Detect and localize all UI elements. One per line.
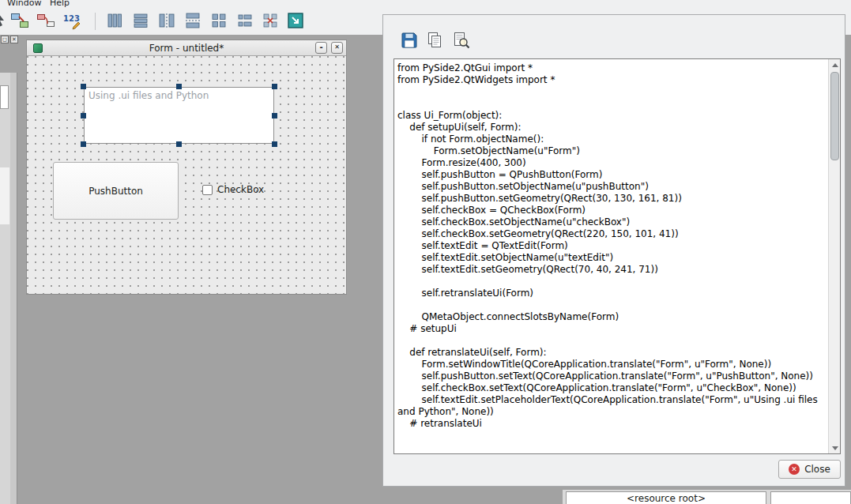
selection-handle[interactable]	[81, 84, 86, 89]
layout-horizontal-splitter-icon[interactable]	[157, 11, 176, 30]
generated-python-code: from PySide2.QtGui import * from PySide2…	[394, 59, 827, 453]
widget-box-filter-fragment[interactable]	[0, 85, 9, 109]
dock-float-icon[interactable]: ◻	[1, 36, 9, 43]
textedit-selection: Using .ui files and Python	[84, 87, 274, 144]
close-circle-icon: ✕	[789, 464, 800, 475]
checkbox-widget[interactable]: CheckBox	[202, 184, 264, 195]
break-layout-icon[interactable]	[261, 11, 280, 30]
form-window-title: Form - untitled*	[27, 43, 346, 54]
close-button-label: Close	[804, 464, 830, 475]
edit-signals-slots-icon[interactable]	[10, 11, 29, 30]
code-view[interactable]: from PySide2.QtGui import * from PySide2…	[393, 58, 841, 454]
toolbar-separator	[95, 13, 96, 30]
selection-handle[interactable]	[81, 113, 86, 118]
form-window-titlebar[interactable]: Form - untitled* - ✕	[27, 40, 346, 56]
widget-box-list-fragment	[0, 167, 9, 224]
edit-buddies-icon[interactable]	[36, 11, 55, 30]
code-scrollbar[interactable]	[828, 59, 840, 453]
layout-grid-icon[interactable]	[209, 11, 228, 30]
resource-root-item[interactable]: <resource root>	[566, 491, 766, 504]
scroll-down-icon[interactable]	[829, 442, 841, 453]
checkbox-label: CheckBox	[217, 184, 264, 195]
find-preview-icon[interactable]	[452, 31, 471, 50]
dialog-close-button[interactable]: ✕ Close	[778, 460, 841, 479]
save-icon[interactable]	[400, 31, 419, 50]
qt-designer-screen: Window Help 123	[0, 0, 851, 504]
pushbutton-widget[interactable]: PushButton	[53, 162, 179, 220]
adjust-size-icon[interactable]	[286, 11, 305, 30]
selection-handle[interactable]	[272, 84, 277, 89]
form-canvas[interactable]: Using .ui files and Python PushButton Ch…	[27, 56, 346, 294]
close-button[interactable]: ✕	[331, 42, 343, 54]
selection-handle[interactable]	[81, 141, 86, 147]
layout-vertical-icon[interactable]	[131, 11, 150, 30]
layout-horizontal-icon[interactable]	[105, 11, 124, 30]
copy-icon[interactable]	[425, 31, 444, 50]
svg-text:123: 123	[63, 14, 80, 23]
checkbox-box[interactable]	[202, 185, 213, 195]
edit-tab-order-icon[interactable]: 123	[62, 11, 81, 30]
selection-handle[interactable]	[272, 113, 277, 118]
menu-window[interactable]: Window	[7, 0, 41, 8]
dock-close-icon[interactable]: ✕	[10, 36, 18, 43]
layout-vertical-splitter-icon[interactable]	[183, 11, 202, 30]
textedit-widget[interactable]: Using .ui files and Python	[84, 87, 274, 144]
resource-browser-fragment: <resource root>	[563, 490, 851, 504]
selection-handle[interactable]	[176, 141, 182, 147]
widget-box-panel-edge	[0, 73, 10, 504]
code-preview-dialog: from PySide2.QtGui import * from PySide2…	[382, 14, 845, 487]
selection-handle[interactable]	[176, 84, 182, 89]
widget-box-dock-fragment	[0, 73, 17, 504]
layout-form-icon[interactable]	[235, 11, 254, 30]
form-editor-window: Form - untitled* - ✕ Using .ui files and…	[26, 39, 347, 295]
menu-help[interactable]: Help	[50, 0, 70, 8]
menubar: Window Help	[0, 0, 851, 8]
selection-handle[interactable]	[272, 141, 277, 147]
dock-titlebar-buttons: ◻ ✕	[1, 36, 18, 43]
minimize-button[interactable]: -	[315, 42, 327, 54]
resource-side-panel	[770, 491, 851, 504]
scrollbar-thumb[interactable]	[830, 72, 839, 160]
edit-widgets-icon[interactable]	[0, 11, 9, 30]
scroll-up-icon[interactable]	[829, 59, 841, 70]
